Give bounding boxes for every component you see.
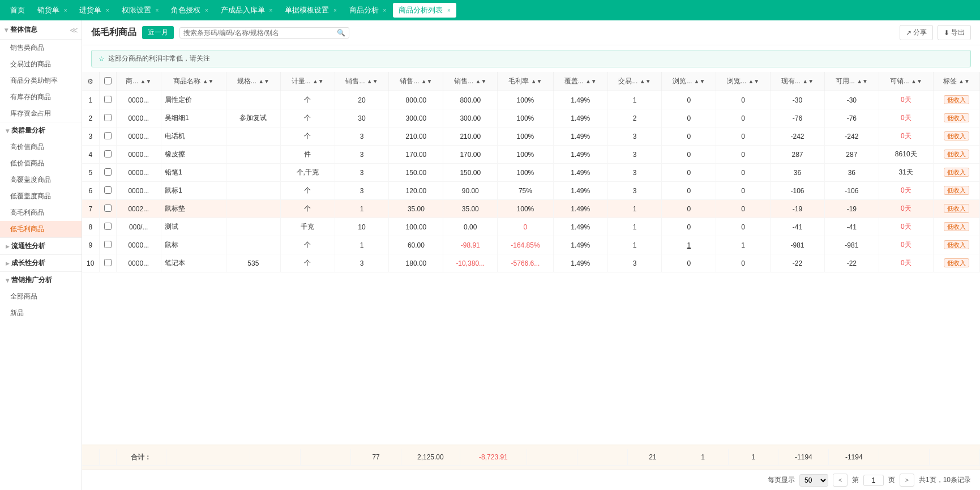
row-checkbox[interactable] xyxy=(99,146,116,164)
search-icon[interactable]: 🔍 xyxy=(337,29,345,37)
nav-sales[interactable]: 销货单 × xyxy=(32,3,72,18)
row-saleable-days: 0天 xyxy=(879,109,933,127)
sidebar-item-sales-goods[interactable]: 销售类商品 xyxy=(0,40,82,56)
main-layout: ▾ 整体信息 ≪ 销售类商品 交易过的商品 商品分类助销率 有库存的商品 库存资… xyxy=(0,20,980,490)
sidebar-item-high-value[interactable]: 高价值商品 xyxy=(0,139,82,155)
nav-home[interactable]: 首页 xyxy=(5,3,31,18)
table-wrapper[interactable]: ⚙ 商... ▲▼ 商品名称 ▲▼ 规格... ▲▼ 计量... ▲▼ 销售..… xyxy=(82,72,980,445)
row-checkbox[interactable] xyxy=(99,218,116,236)
row-browse1[interactable]: 0 xyxy=(662,109,716,127)
col-code[interactable]: 商... ▲▼ xyxy=(116,72,161,91)
nav-purchase-close[interactable]: × xyxy=(106,7,109,14)
nav-role[interactable]: 角色授权 × xyxy=(165,3,213,18)
row-available: -981 xyxy=(824,236,879,254)
nav-product-in-close[interactable]: × xyxy=(269,7,273,14)
next-page-button[interactable]: ＞ xyxy=(900,474,914,487)
sidebar-section-group[interactable]: ▾ 类群量分析 xyxy=(0,122,82,139)
col-available[interactable]: 可用... ▲▼ xyxy=(824,72,879,91)
nav-product-in[interactable]: 产成品入库单 × xyxy=(215,3,278,18)
nav-goods-list-close[interactable]: × xyxy=(447,7,451,14)
sidebar-item-high-coverage[interactable]: 高覆盖度商品 xyxy=(0,172,82,188)
row-checkbox[interactable] xyxy=(99,182,116,200)
col-name[interactable]: 商品名称 ▲▼ xyxy=(161,72,226,91)
row-checkbox[interactable] xyxy=(99,200,116,218)
page-end-label: 页 xyxy=(888,475,895,485)
col-unit[interactable]: 计量... ▲▼ xyxy=(280,72,335,91)
prev-page-button[interactable]: ＜ xyxy=(833,474,848,487)
row-trade: 3 xyxy=(607,254,662,272)
row-browse1[interactable]: 1 xyxy=(662,236,716,254)
nav-template[interactable]: 单据模板设置 × xyxy=(279,3,342,18)
row-checkbox[interactable] xyxy=(99,127,116,146)
sidebar-item-stock-capital[interactable]: 库存资金占用 xyxy=(0,105,82,122)
col-profit-rate[interactable]: 毛利率 ▲▼ xyxy=(498,72,554,91)
col-coverage[interactable]: 覆盖... ▲▼ xyxy=(553,72,607,91)
col-sales2[interactable]: 销售... ▲▼ xyxy=(389,72,443,91)
sidebar-item-category-rate[interactable]: 商品分类助销率 xyxy=(0,73,82,89)
row-browse1[interactable]: 0 xyxy=(662,254,716,272)
col-browse1[interactable]: 浏览... ▲▼ xyxy=(662,72,716,91)
nav-permission-close[interactable]: × xyxy=(156,7,159,14)
search-input[interactable] xyxy=(183,29,337,37)
row-browse1[interactable]: 0 xyxy=(662,218,716,236)
row-col7: 180.00 xyxy=(389,254,443,272)
row-browse1[interactable]: 0 xyxy=(662,127,716,146)
row-checkbox[interactable] xyxy=(99,236,116,254)
row-trade: 3 xyxy=(607,182,662,200)
sidebar-section-growth[interactable]: ▸ 成长性分析 xyxy=(0,254,82,271)
nav-purchase[interactable]: 进货单 × xyxy=(74,3,114,18)
col-saleable[interactable]: 可销... ▲▼ xyxy=(879,72,933,91)
sidebar-item-low-coverage[interactable]: 低覆盖度商品 xyxy=(0,188,82,204)
search-box: 🔍 xyxy=(179,27,349,39)
sidebar-item-low-profit[interactable]: 低毛利商品 xyxy=(0,221,82,237)
sidebar-item-in-stock[interactable]: 有库存的商品 xyxy=(0,89,82,105)
nav-sales-close[interactable]: × xyxy=(64,7,67,14)
row-checkbox[interactable] xyxy=(99,109,116,127)
sidebar-item-all-goods[interactable]: 全部商品 xyxy=(0,288,82,305)
col-browse2[interactable]: 浏览... ▲▼ xyxy=(716,72,771,91)
sidebar-item-high-profit[interactable]: 高毛利商品 xyxy=(0,204,82,221)
col-sales3[interactable]: 销售... ▲▼ xyxy=(443,72,498,91)
per-page-select[interactable]: 50 100 200 xyxy=(799,474,828,487)
row-col8: 35.00 xyxy=(443,200,498,218)
col-settings-icon[interactable]: ⚙ xyxy=(82,72,99,91)
nav-role-close[interactable]: × xyxy=(205,7,208,14)
row-browse1[interactable]: 0 xyxy=(662,164,716,182)
col-spec[interactable]: 规格... ▲▼ xyxy=(226,72,280,91)
page-input[interactable] xyxy=(863,475,884,486)
sidebar-section-overall[interactable]: ▾ 整体信息 xyxy=(3,23,38,37)
sidebar-item-low-value[interactable]: 低价值商品 xyxy=(0,155,82,172)
sidebar-item-new-goods[interactable]: 新品 xyxy=(0,305,82,321)
sidebar-collapse-icon[interactable]: ≪ xyxy=(70,25,78,35)
row-browse1[interactable]: 0 xyxy=(662,200,716,218)
row-checkbox[interactable] xyxy=(99,91,116,109)
col-trade[interactable]: 交易... ▲▼ xyxy=(607,72,662,91)
row-col8: 210.00 xyxy=(443,127,498,146)
nav-goods-analysis-close[interactable]: × xyxy=(383,7,386,14)
nav-permission[interactable]: 权限设置 × xyxy=(116,3,164,18)
nav-goods-analysis[interactable]: 商品分析 × xyxy=(344,3,392,18)
export-button[interactable]: ⬇ 导出 xyxy=(938,25,971,40)
nav-template-close[interactable]: × xyxy=(333,7,337,14)
col-current[interactable]: 现有... ▲▼ xyxy=(771,72,825,91)
row-checkbox[interactable] xyxy=(99,164,116,182)
sidebar-section-flow[interactable]: ▸ 流通性分析 xyxy=(0,237,82,254)
row-spec xyxy=(226,127,280,146)
row-checkbox[interactable] xyxy=(99,254,116,272)
row-saleable-days: 0天 xyxy=(879,182,933,200)
row-saleable-days: 0天 xyxy=(879,200,933,218)
col-tag[interactable]: 标签 ▲▼ xyxy=(933,72,979,91)
row-browse1[interactable]: 0 xyxy=(662,91,716,109)
col-sales1[interactable]: 销售... ▲▼ xyxy=(335,72,389,91)
select-all-checkbox[interactable] xyxy=(104,77,112,84)
col-checkbox-all[interactable] xyxy=(99,72,116,91)
sidebar-section-marketing[interactable]: ▾ 营销推广分析 xyxy=(0,271,82,288)
row-code: 0000... xyxy=(116,127,161,146)
row-browse1[interactable]: 0 xyxy=(662,182,716,200)
share-button[interactable]: ↗ 分享 xyxy=(900,25,933,40)
row-browse1[interactable]: 0 xyxy=(662,146,716,164)
row-current: -242 xyxy=(771,127,825,146)
sidebar-item-traded-goods[interactable]: 交易过的商品 xyxy=(0,56,82,73)
nav-goods-analysis-list[interactable]: 商品分析列表 × xyxy=(393,3,456,18)
time-filter-button[interactable]: 近一月 xyxy=(142,26,174,39)
